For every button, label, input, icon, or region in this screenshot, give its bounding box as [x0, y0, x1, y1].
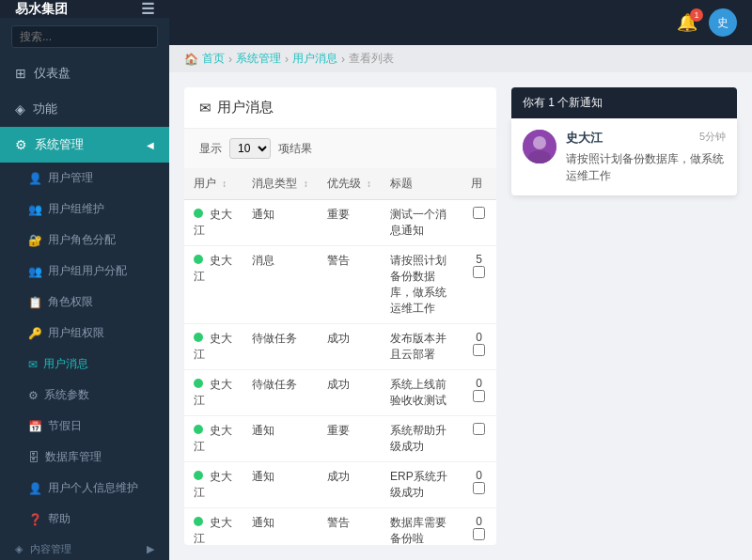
logo: 易水集团 ☰	[0, 0, 169, 18]
system-icon: ⚙	[15, 137, 27, 152]
cell-title-6: 数据库需要备份啦	[381, 508, 462, 546]
topbar: 🔔 1 史	[169, 0, 752, 45]
row-checkbox-2[interactable]	[473, 344, 485, 356]
status-dot-5	[194, 471, 203, 480]
sidebar-sub-user-group-auth[interactable]: 🔑 用户组权限	[0, 318, 169, 349]
notif-avatar	[523, 130, 556, 163]
home-icon: 🏠	[184, 53, 198, 66]
breadcrumb-system[interactable]: 系统管理	[236, 51, 281, 67]
cell-priority-0: 重要	[318, 200, 381, 246]
table-row: 史大江 待做任务 成功 发布版本并且云部署 0	[184, 324, 496, 370]
sidebar-sub-user-mgmt[interactable]: 👤 用户管理	[0, 163, 169, 194]
sidebar-sub-sys-params[interactable]: ⚙ 系统参数	[0, 380, 169, 411]
cell-title-4: 系统帮助升级成功	[381, 416, 462, 462]
count-badge-1: 5	[476, 253, 482, 266]
cell-user-3: 史大江	[184, 370, 243, 416]
cell-type-5: 通知	[243, 462, 317, 508]
notification-bell[interactable]: 🔔 1	[677, 12, 697, 33]
user-msg-title-icon: ✉	[199, 100, 212, 117]
sidebar-sub-user-role[interactable]: 🔐 用户角色分配	[0, 225, 169, 256]
sidebar-item-tasks[interactable]: ◈ 功能	[0, 91, 169, 127]
table-row: 史大江 通知 警告 数据库需要备份啦 0	[184, 508, 496, 546]
user-info-icon: 👤	[28, 482, 42, 495]
breadcrumb-usermsg[interactable]: 用户消息	[292, 51, 337, 67]
row-checkbox-3[interactable]	[473, 390, 485, 402]
content-area: ✉ 用户消息 显示 10 25 50 项结果 用户 ↕	[169, 72, 752, 560]
count-badge-6: 0	[476, 515, 482, 528]
menu-toggle-icon[interactable]: ☰	[141, 0, 154, 18]
sort-user-icon[interactable]: ↕	[222, 179, 227, 189]
cell-extra-6: 0	[462, 508, 496, 546]
user-mgmt-icon: 👤	[28, 172, 42, 185]
cell-extra-2: 0	[462, 324, 496, 370]
content-icon: ◈	[15, 543, 23, 555]
sidebar-sub-holidays[interactable]: 📅 节假日	[0, 411, 169, 442]
user-group-icon: 👥	[28, 265, 42, 278]
table-row: 史大江 通知 成功 ERP系统升级成功 0	[184, 462, 496, 508]
cell-title-5: ERP系统升级成功	[381, 462, 462, 508]
user-role-icon: 🔐	[28, 234, 42, 247]
db-mgmt-icon: 🗄	[28, 451, 39, 464]
role-copy-icon: 📋	[28, 296, 42, 309]
sys-params-icon: ⚙	[28, 389, 39, 402]
cell-title-1: 请按照计划备份数据库，做系统运维工作	[381, 246, 462, 324]
cell-extra-0	[462, 200, 496, 246]
sidebar-sub-db-mgmt[interactable]: 🗄 数据库管理	[0, 442, 169, 473]
status-dot-3	[194, 379, 203, 388]
page-title: ✉ 用户消息	[184, 87, 496, 129]
count-badge-2: 0	[476, 331, 482, 344]
breadcrumb-home[interactable]: 首页	[202, 51, 225, 67]
status-dot-0	[194, 209, 203, 218]
cell-type-0: 通知	[243, 200, 317, 246]
row-checkbox-0[interactable]	[473, 207, 485, 219]
cell-title-3: 系统上线前验收收测试	[381, 370, 462, 416]
sort-priority-icon[interactable]: ↕	[367, 179, 371, 189]
cell-type-1: 消息	[243, 246, 317, 324]
breadcrumb-current: 查看列表	[349, 51, 394, 67]
sidebar-item-dashboard[interactable]: ⊞ 仪表盘	[0, 55, 169, 91]
user-avatar[interactable]: 史	[709, 8, 737, 37]
content-chevron-icon: ▶	[147, 543, 154, 555]
tasks-icon: ◈	[15, 101, 25, 117]
cell-priority-6: 警告	[318, 508, 381, 546]
cell-extra-1: 5	[462, 246, 496, 324]
cell-title-2: 发布版本并且云部署	[381, 324, 462, 370]
cell-extra-3: 0	[462, 370, 496, 416]
page-size-select[interactable]: 10 25 50	[229, 138, 271, 159]
cell-extra-4	[462, 416, 496, 462]
table-controls: 显示 10 25 50 项结果	[184, 129, 496, 168]
sidebar-sub-user-msg[interactable]: ✉ 用户消息	[0, 349, 169, 380]
cell-user-5: 史大江	[184, 462, 243, 508]
user-maintain-icon: 👥	[28, 203, 42, 216]
cell-type-2: 待做任务	[243, 324, 317, 370]
chevron-icon: ◀	[147, 140, 154, 150]
breadcrumb-sep3: ›	[341, 53, 345, 66]
search-input[interactable]	[11, 25, 158, 48]
sidebar-item-system[interactable]: ⚙ 系统管理 ◀	[0, 127, 169, 163]
col-extra: 用	[462, 168, 496, 200]
col-title: 标题	[381, 168, 462, 200]
cell-type-3: 待做任务	[243, 370, 317, 416]
sort-type-icon[interactable]: ↕	[304, 179, 308, 189]
sidebar-sub-user-group[interactable]: 👥 用户组用户分配	[0, 256, 169, 287]
sidebar-sub-role-copy[interactable]: 📋 角色权限	[0, 287, 169, 318]
notification-header: 你有 1 个新通知	[511, 87, 737, 118]
user-msg-icon: ✉	[28, 358, 38, 371]
cell-type-4: 通知	[243, 416, 317, 462]
sidebar-sub-help[interactable]: ❓ 帮助	[0, 504, 169, 535]
cell-user-2: 史大江	[184, 324, 243, 370]
row-checkbox-4[interactable]	[473, 423, 485, 435]
cell-user-0: 史大江	[184, 200, 243, 246]
cell-user-4: 史大江	[184, 416, 243, 462]
row-checkbox-6[interactable]	[473, 528, 485, 540]
table-row: 史大江 消息 警告 请按照计划备份数据库，做系统运维工作 5	[184, 246, 496, 324]
col-priority: 优先级 ↕	[318, 168, 381, 200]
sidebar-content-section[interactable]: ◈ 内容管理 ▶	[0, 535, 169, 560]
search-container	[0, 18, 169, 55]
row-checkbox-5[interactable]	[473, 482, 485, 494]
messages-table: 用户 ↕ 消息类型 ↕ 优先级 ↕ 标题	[184, 168, 496, 545]
sidebar-sub-user-info[interactable]: 👤 用户个人信息维护	[0, 473, 169, 504]
col-type: 消息类型 ↕	[243, 168, 317, 200]
row-checkbox-1[interactable]	[473, 266, 485, 278]
sidebar-sub-user-maintain[interactable]: 👥 用户组维护	[0, 194, 169, 225]
